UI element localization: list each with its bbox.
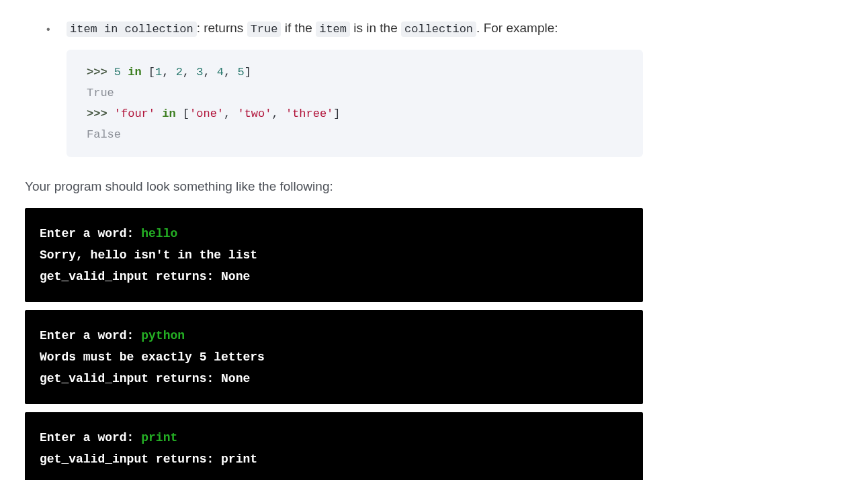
repl-string: 'two' xyxy=(237,107,271,120)
repl-prompt: >>> xyxy=(87,66,114,79)
terminal-prompt-label: Enter a word: xyxy=(40,329,141,342)
repl-comma: , xyxy=(271,107,285,120)
repl-comma: , xyxy=(162,66,175,79)
repl-number: 3 xyxy=(196,66,203,79)
repl-bracket: [ xyxy=(148,66,155,79)
repl-string: 'three' xyxy=(286,107,333,120)
repl-comma: , xyxy=(224,107,237,120)
space xyxy=(121,66,128,79)
terminal-user-input: print xyxy=(141,431,177,444)
space xyxy=(155,107,162,120)
text-fragment: if the xyxy=(281,21,316,35)
repl-keyword-in: in xyxy=(162,107,175,120)
space xyxy=(176,107,183,120)
repl-bracket: ] xyxy=(245,66,251,79)
python-repl-block: >>> 5 in [1, 2, 3, 4, 5] True >>> 'four'… xyxy=(67,50,643,157)
repl-comma: , xyxy=(203,66,216,79)
repl-comma: , xyxy=(183,66,196,79)
text-fragment: is in the xyxy=(350,21,401,35)
terminal-user-input: python xyxy=(141,329,185,342)
repl-string: 'one' xyxy=(189,107,224,120)
repl-result: True xyxy=(87,87,114,99)
bullet-item: item in collection: returns True if the … xyxy=(25,19,643,157)
repl-comma: , xyxy=(224,66,237,79)
terminal-output-line: Words must be exactly 5 letters xyxy=(40,350,265,364)
repl-bracket: ] xyxy=(333,107,340,120)
repl-number: 4 xyxy=(217,66,224,79)
repl-number: 5 xyxy=(237,66,244,79)
inline-code-item: item xyxy=(316,21,350,37)
bullet-text-line: item in collection: returns True if the … xyxy=(67,19,643,39)
repl-keyword-in: in xyxy=(128,66,141,79)
repl-number: 5 xyxy=(114,66,121,79)
repl-number: 2 xyxy=(176,66,183,79)
text-fragment: . For example: xyxy=(476,21,558,35)
repl-number: 1 xyxy=(155,66,162,79)
terminal-user-input: hello xyxy=(141,227,177,240)
terminal-block-2: Enter a word: python Words must be exact… xyxy=(25,310,643,404)
terminal-output-line: get_valid_input returns: None xyxy=(40,270,250,283)
lead-paragraph: Your program should look something like … xyxy=(25,177,643,196)
space xyxy=(142,66,148,79)
repl-result: False xyxy=(87,128,121,141)
inline-code-collection: collection xyxy=(401,21,476,37)
terminal-output-line: Sorry, hello isn't in the list xyxy=(40,248,257,262)
terminal-prompt-label: Enter a word: xyxy=(40,227,141,240)
content-column: item in collection: returns True if the … xyxy=(25,19,643,480)
inline-code-expression: item in collection xyxy=(67,21,197,37)
terminal-output-line: get_valid_input returns: None xyxy=(40,372,250,385)
bullet-list: item in collection: returns True if the … xyxy=(25,19,643,157)
terminal-prompt-label: Enter a word: xyxy=(40,431,141,444)
repl-bracket: [ xyxy=(183,107,189,120)
repl-prompt: >>> xyxy=(87,107,114,120)
terminal-block-3: Enter a word: print get_valid_input retu… xyxy=(25,412,643,480)
repl-string: 'four' xyxy=(114,107,155,120)
page-root: item in collection: returns True if the … xyxy=(0,19,868,480)
text-fragment: : returns xyxy=(197,21,247,35)
terminal-block-1: Enter a word: hello Sorry, hello isn't i… xyxy=(25,208,643,302)
inline-code-true: True xyxy=(247,21,281,37)
terminal-output-line: get_valid_input returns: print xyxy=(40,452,257,466)
